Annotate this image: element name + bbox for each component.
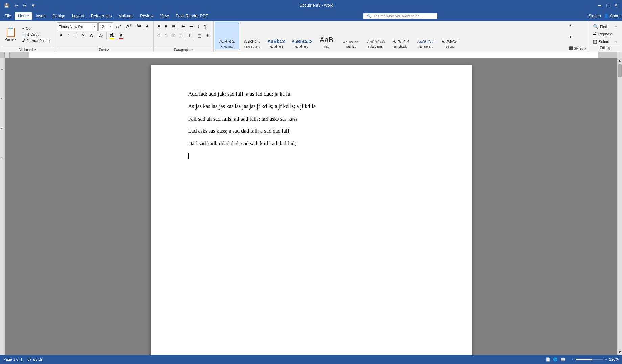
replace-icon: ⇄ [593,31,597,37]
styles-scroll-up-button[interactable]: ▲ [569,23,573,27]
maximize-button[interactable]: □ [604,2,611,9]
save-icon[interactable]: 💾 [3,2,11,9]
menu-layout[interactable]: Layout [69,12,88,20]
sort-button[interactable]: ↕ [195,22,202,30]
ruler [0,52,622,58]
undo-icon[interactable]: ↩ [13,2,19,9]
style-heading2[interactable]: AaBbCcD Heading 2 [289,22,314,49]
style-strong[interactable]: AaBbCcI Strong [438,22,462,49]
document-scroll-area[interactable]: Add fad; add jak; sad fall; a as fad dad… [5,58,617,355]
zoom-in-button[interactable]: ＋ [604,357,608,362]
style-intense-em[interactable]: AaBbCcI Intense E... [413,22,438,49]
shading-button[interactable]: ▤ [195,31,203,39]
show-formatting-button[interactable]: ¶ [202,22,209,30]
grow-font-button[interactable]: A▲ [114,22,124,31]
zoom-slider[interactable] [576,359,603,360]
redo-icon[interactable]: ↪ [21,2,28,9]
window-title: Document3 - Word [37,3,596,8]
zoom-level: 120% [609,357,619,361]
style-normal[interactable]: AaBbCc ¶ Normal [215,22,239,49]
select-button[interactable]: ⬚ Select ▼ [590,38,620,45]
numbering-button[interactable]: ≡ [163,22,170,30]
scroll-thumb[interactable] [618,64,622,77]
copy-button[interactable]: 📄 1 Copy [20,32,53,38]
style-emphasis[interactable]: AaBbCcI Emphasis [389,22,413,49]
word-count: 67 words [27,357,43,361]
clipboard-expand-icon[interactable]: ↗ [33,48,36,52]
font-color-button[interactable]: A [117,32,125,40]
menu-home[interactable]: Home [15,12,32,20]
font-family-select[interactable]: Times New Ro ▼ [57,22,98,31]
menu-insert[interactable]: Insert [32,12,49,20]
decrease-indent-button[interactable]: ⬅ [179,22,187,30]
style-no-spacing[interactable]: AaBbCc ¶ No Spac... [240,22,264,49]
justify-button[interactable]: ≡ [177,31,184,39]
scroll-down-button[interactable]: ▼ [618,349,622,355]
menu-file[interactable]: File [1,12,15,20]
zoom-out-button[interactable]: － [571,357,574,362]
subscript-button[interactable]: X2 [87,33,96,39]
styles-scroll-down-button[interactable]: ▼ [569,34,573,39]
multilevel-list-button[interactable]: ≡ [170,22,177,30]
bold-button[interactable]: B [57,32,65,39]
replace-button[interactable]: ⇄ Replace [590,30,620,38]
document-content[interactable]: Add fad; add jak; sad fall; a as fad dad… [188,89,439,161]
view-print-icon[interactable]: 📄 [546,357,550,362]
right-scrollbar[interactable]: ▲ ▼ [617,58,622,355]
shrink-font-button[interactable]: A▼ [124,22,134,31]
underline-button[interactable]: U [71,32,79,39]
title-bar: 💾 ↩ ↪ ▼ Document3 - Word ─ □ ✕ [0,0,622,11]
styles-list: AaBbCc ¶ Normal AaBbCc ¶ No Spac... AaBb… [215,22,568,52]
strikethrough-button[interactable]: S [79,32,87,39]
style-subtitle[interactable]: AaBbCcD Subtitle [339,22,364,49]
find-button[interactable]: 🔍 Find ▼ [590,23,620,30]
change-case-button[interactable]: Aa [134,22,143,31]
increase-indent-button[interactable]: ➡ [187,22,195,30]
scroll-up-button[interactable]: ▲ [618,58,622,63]
font-size-select[interactable]: 12 ▼ [98,22,113,31]
menu-references[interactable]: References [88,12,115,20]
align-right-button[interactable]: ≡ [170,31,177,39]
italic-button[interactable]: I [65,32,71,39]
styles-expand-icon[interactable]: ↗ [584,47,586,50]
menu-view[interactable]: View [157,12,172,20]
format-painter-button[interactable]: 🖌 Format Painter [20,38,53,43]
paragraph-expand-icon[interactable]: ↗ [190,48,193,52]
highlight-color-button[interactable]: ab [108,32,116,40]
view-web-icon[interactable]: 🌐 [553,357,558,362]
styles-more-button[interactable]: ⬛ [569,46,573,50]
paragraph-2: As jas kas las jas kas las jas jas jf kd… [188,102,439,112]
view-read-icon[interactable]: 📖 [560,357,565,362]
ribbon: 📋 Paste ▼ ✂ Cut 📄 1 Copy 🖌 Format [0,21,622,52]
bullets-button[interactable]: ≡ [156,22,162,30]
tell-me-input[interactable]: Tell me what you want to do... [374,14,423,18]
main-area: 1 2 3 4 Add fad; add jak; sad fall; a as… [0,58,622,355]
line-spacing-button[interactable]: ↕ [186,31,193,39]
status-left: Page 1 of 1 67 words [3,357,43,361]
window-controls: ─ □ ✕ [596,2,619,9]
menu-design[interactable]: Design [49,12,68,20]
borders-button[interactable]: ⊞ [204,31,211,39]
menu-review[interactable]: Review [137,12,157,20]
styles-nav: ▲ ▼ ⬛ [568,22,574,52]
minimize-button[interactable]: ─ [596,2,603,9]
font-expand-icon[interactable]: ↗ [107,48,109,52]
left-gutter: 1 2 3 4 [0,58,5,355]
sign-in-button[interactable]: Sign in [589,14,601,18]
paragraph-6 [188,151,439,161]
cut-button[interactable]: ✂ Cut [20,26,53,31]
align-center-button[interactable]: ≡ [163,31,170,39]
superscript-button[interactable]: X2 [96,33,105,39]
style-heading1[interactable]: AaBbCc Heading 1 [264,22,289,49]
paste-button[interactable]: 📋 Paste ▼ [2,22,19,46]
share-button[interactable]: 👤 Share [604,14,621,18]
clear-formatting-button[interactable]: ✗ [143,22,151,31]
style-title[interactable]: AaB Title [315,22,339,49]
menu-foxit[interactable]: Foxit Reader PDF [172,12,211,20]
customize-qa-icon[interactable]: ▼ [30,2,37,9]
document-page: Add fad; add jak; sad fall; a as fad dad… [151,65,472,355]
menu-mailings[interactable]: Mailings [115,12,137,20]
align-left-button[interactable]: ≡ [156,31,162,39]
style-subtle-em[interactable]: AaBbCcD Subtle Em... [364,22,388,49]
close-button[interactable]: ✕ [613,2,619,9]
